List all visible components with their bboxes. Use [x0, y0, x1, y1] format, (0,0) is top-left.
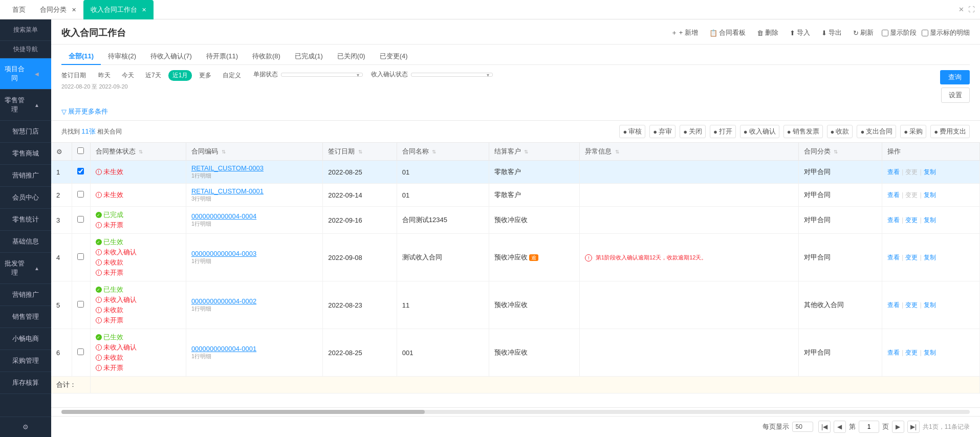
sidebar-item-inventory[interactable]: 库存核算 — [0, 372, 51, 394]
toolbar-receive[interactable]: ● 收款 — [827, 125, 853, 138]
scroll-thumb[interactable] — [61, 410, 425, 414]
edit-btn-4[interactable]: 变更 — [905, 253, 918, 262]
show-detail-check[interactable] — [922, 30, 928, 36]
contract-link-2[interactable]: RETAIL_CUSTOM-0001 — [191, 187, 317, 195]
edit-btn-2[interactable]: 变更 — [905, 191, 918, 200]
delete-button[interactable]: 🗑 删除 — [754, 27, 781, 39]
view-btn-5[interactable]: 查看 — [887, 301, 900, 310]
copy-btn-1[interactable]: 复制 — [924, 168, 936, 177]
tab-home[interactable]: 首页 — [5, 0, 33, 19]
sidebar-nav[interactable]: 快捷导航 — [0, 41, 51, 58]
copy-btn-6[interactable]: 复制 — [924, 348, 936, 357]
view-btn-4[interactable]: 查看 — [887, 253, 900, 262]
first-page-btn[interactable]: |◀ — [818, 421, 831, 433]
copy-btn-3[interactable]: 复制 — [924, 216, 936, 225]
filter-tab-pending-payment[interactable]: 待收款(8) — [245, 49, 288, 65]
contract-link-3[interactable]: 0000000000004-0004 — [191, 212, 317, 220]
toolbar-close[interactable]: ● 关闭 — [680, 125, 706, 138]
export-button[interactable]: ⬇ 导出 — [818, 27, 845, 39]
contract-link-5[interactable]: 0000000000004-0002 — [191, 297, 317, 305]
sidebar-item-marketing-1[interactable]: 营销推广 — [0, 165, 51, 187]
sidebar-search[interactable]: 搜索菜单 — [0, 19, 51, 41]
contract-link-6[interactable]: 0000000000004-0001 — [191, 345, 317, 353]
toolbar-purchase[interactable]: ● 采购 — [900, 125, 926, 138]
filter-tab-changed[interactable]: 已变更(4) — [373, 49, 415, 65]
view-btn-1[interactable]: 查看 — [887, 168, 900, 177]
copy-btn-4[interactable]: 复制 — [924, 253, 936, 262]
edit-btn-1[interactable]: 变更 — [905, 168, 918, 177]
row-checkbox-2[interactable] — [77, 191, 84, 198]
set-button[interactable]: 设置 — [941, 88, 970, 103]
row-checkbox-3[interactable] — [77, 216, 84, 223]
edit-btn-6[interactable]: 变更 — [905, 348, 918, 357]
toolbar-expense[interactable]: ● 费用支出 — [930, 125, 970, 138]
sort-icon-code[interactable]: ⇅ — [222, 149, 226, 155]
toolbar-cancel-review[interactable]: ● 弃审 — [649, 125, 676, 138]
row-checkbox-5[interactable] — [77, 301, 84, 308]
toolbar-open[interactable]: ● 打开 — [710, 125, 736, 138]
sidebar-item-wholesale-mgmt[interactable]: 批发管理 ▲ — [0, 253, 51, 284]
filter-tab-all[interactable]: 全部(11) — [61, 49, 101, 65]
row-check-5[interactable] — [72, 281, 90, 329]
copy-btn-5[interactable]: 复制 — [924, 301, 936, 310]
sidebar-item-ecommerce[interactable]: 小畅电商 — [0, 328, 51, 350]
row-check-4[interactable] — [72, 234, 90, 281]
recv-status-select[interactable] — [411, 73, 493, 77]
date-btn-today[interactable]: 今天 — [118, 70, 138, 81]
tab-contract-category[interactable]: 合同分类 ✕ — [33, 0, 83, 19]
edit-btn-3[interactable]: 变更 — [905, 216, 918, 225]
scroll-track[interactable] — [61, 410, 970, 414]
row-check-2[interactable] — [72, 184, 90, 207]
toolbar-expense-contract[interactable]: ● 支出合同 — [857, 125, 896, 138]
sidebar-item-retail-mall[interactable]: 零售商城 — [0, 143, 51, 165]
copy-btn-2[interactable]: 复制 — [924, 191, 936, 200]
row-check-6[interactable] — [72, 329, 90, 377]
sidebar-item-smart-store[interactable]: 智慧门店 — [0, 121, 51, 143]
sort-icon-date[interactable]: ⇅ — [358, 149, 362, 155]
date-btn-more[interactable]: 更多 — [195, 70, 215, 81]
view-btn-6[interactable]: 查看 — [887, 348, 900, 357]
show-stage-checkbox[interactable]: 显示阶段 — [882, 28, 917, 37]
row-checkbox-4[interactable] — [77, 253, 84, 260]
horizontal-scroll[interactable] — [51, 407, 980, 416]
date-btn-1month[interactable]: 近1月 — [168, 70, 192, 81]
toolbar-review[interactable]: ● 审核 — [619, 125, 645, 138]
last-page-btn[interactable]: ▶| — [907, 421, 920, 433]
doc-status-select[interactable] — [281, 73, 363, 77]
sidebar-item-purchase-mgmt[interactable]: 采购管理 — [0, 350, 51, 372]
col-checkbox[interactable] — [72, 143, 90, 161]
close-tab-2[interactable]: ✕ — [142, 7, 146, 13]
sort-icon-customer[interactable]: ⇅ — [524, 149, 528, 155]
sort-icon-exception[interactable]: ⇅ — [615, 149, 619, 155]
row-check-1[interactable] — [72, 161, 90, 184]
select-all-checkbox[interactable] — [77, 147, 84, 154]
row-checkbox-6[interactable] — [77, 348, 84, 355]
page-number-input[interactable] — [859, 421, 879, 433]
show-stage-check[interactable] — [882, 30, 888, 36]
contract-link-4[interactable]: 0000000000004-0003 — [191, 250, 317, 257]
sidebar-settings[interactable]: ⚙ — [0, 417, 51, 437]
query-button[interactable]: 查询 — [940, 70, 970, 84]
sort-icon-status[interactable]: ⇅ — [139, 149, 143, 155]
edit-btn-5[interactable]: 变更 — [905, 301, 918, 310]
refresh-button[interactable]: ↻ 刷新 — [850, 27, 877, 39]
sidebar-item-sales-mgmt[interactable]: 销售管理 — [0, 306, 51, 328]
toolbar-income-confirm[interactable]: ● 收入确认 — [740, 125, 779, 138]
maximize-icon[interactable]: ⛶ — [968, 6, 975, 13]
minimize-icon[interactable]: ✕ — [959, 6, 964, 13]
tab-income-contract[interactable]: 收入合同工作台 ✕ — [83, 0, 154, 19]
sidebar-item-member[interactable]: 会员中心 — [0, 187, 51, 209]
sort-icon-category[interactable]: ⇅ — [834, 149, 838, 155]
date-btn-7days[interactable]: 近7天 — [141, 70, 165, 81]
prev-page-btn[interactable]: ◀ — [834, 421, 846, 433]
sidebar-item-basic-info[interactable]: 基础信息 — [0, 231, 51, 253]
sidebar-item-marketing-2[interactable]: 营销推广 — [0, 284, 51, 306]
date-btn-custom[interactable]: 自定义 — [219, 70, 245, 81]
sidebar-item-retail-stats[interactable]: 零售统计 — [0, 209, 51, 231]
show-detail-checkbox[interactable]: 显示标的明细 — [922, 28, 970, 37]
filter-tab-closed[interactable]: 已关闭(0) — [330, 49, 373, 65]
filter-tab-pending-invoice[interactable]: 待开票(11) — [199, 49, 245, 65]
page-size-select[interactable]: 50 — [792, 422, 813, 432]
row-checkbox-1[interactable] — [77, 168, 84, 174]
date-btn-yesterday[interactable]: 昨天 — [94, 70, 115, 81]
